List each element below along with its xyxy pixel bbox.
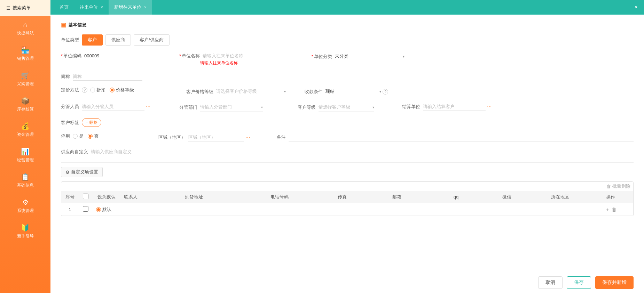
region-field: 区域（地区） ··· xyxy=(158,133,277,141)
row-phone-input[interactable] xyxy=(270,207,302,212)
supplier-custom-label: 供应商自定义 xyxy=(61,149,88,155)
cancel-button[interactable]: 取消 xyxy=(538,276,563,289)
type-supplier-button[interactable]: 供应商 xyxy=(105,34,131,46)
row-fax[interactable] xyxy=(334,203,389,216)
delete-row-button[interactable]: 🗑 xyxy=(612,207,616,212)
dept-select[interactable]: 请输入分管部门 ▾ xyxy=(200,103,263,112)
radio-discount-label: 折扣 xyxy=(96,87,105,93)
save-and-new-button[interactable]: 保存并新增 xyxy=(595,276,634,289)
row-actions-group: + 🗑 xyxy=(606,207,630,212)
unit-type-row: 单位类型 客户 供应商 客户/供应商 xyxy=(61,34,634,46)
row-email-input[interactable] xyxy=(392,207,420,212)
sidebar-item-guide[interactable]: 🔰 新手引导 xyxy=(0,219,50,244)
sidebar-item-label: 采购管理 xyxy=(17,81,34,87)
finance-icon: 💰 xyxy=(21,122,30,130)
save-button[interactable]: 保存 xyxy=(567,276,591,289)
customer-level-select[interactable]: 请选择客户等级 ▾ xyxy=(319,103,374,112)
manager-input[interactable] xyxy=(82,103,144,111)
system-icon: ⚙ xyxy=(22,198,29,206)
tab-partners[interactable]: 往来单位 × xyxy=(74,0,109,15)
tab-partners-close[interactable]: × xyxy=(101,5,103,10)
row-actions: + 🗑 xyxy=(603,203,633,216)
radio-circle-yes xyxy=(73,134,78,139)
table-header-bar: 🗑 批量删除 xyxy=(61,182,633,191)
type-both-button[interactable]: 客户/供应商 xyxy=(134,34,170,46)
sidebar-item-purchase[interactable]: 🛒 采购管理 xyxy=(0,66,50,92)
customer-price-level-label: 客户价格等级 xyxy=(186,89,213,95)
add-row-button[interactable]: + xyxy=(606,207,609,212)
help-icon2[interactable]: ? xyxy=(383,89,388,95)
col-header-default: 设为默认 xyxy=(93,191,120,203)
settlement-unit-input[interactable] xyxy=(423,103,486,111)
add-tag-button[interactable]: + 标签 xyxy=(82,118,101,127)
row-wechat[interactable] xyxy=(499,203,548,216)
sidebar-item-basic[interactable]: 📋 基础信息 xyxy=(0,168,50,193)
row-region-input[interactable] xyxy=(551,207,575,212)
remark-input[interactable] xyxy=(289,133,634,141)
settlement-unit-field: 结算单位 ··· xyxy=(402,103,634,111)
dept-label: 分管部门 xyxy=(179,104,197,111)
unit-name-field: 单位名称 请输入往来单位名称 xyxy=(179,52,312,66)
batch-delete-button[interactable]: 🗑 批量删除 xyxy=(606,183,630,189)
abbr-input[interactable] xyxy=(73,72,142,81)
row-address[interactable] xyxy=(181,203,267,216)
row-region[interactable] xyxy=(548,203,603,216)
tab-new-partner-close[interactable]: × xyxy=(144,5,147,10)
sidebar-item-inventory[interactable]: 📦 库存核算 xyxy=(0,92,50,117)
sidebar-item-label: 经营管理 xyxy=(17,157,34,163)
region-label: 区域（地区） xyxy=(158,134,186,140)
tabbar-close-button[interactable]: × xyxy=(632,3,641,12)
sidebar-item-sales[interactable]: 🏪 销售管理 xyxy=(0,41,50,66)
sidebar-item-label: 快捷导航 xyxy=(17,30,34,36)
search-menu-item[interactable]: ☰ 搜索菜单 xyxy=(0,3,50,13)
custom-settings-button[interactable]: ⚙ 自定义项设置 xyxy=(61,167,103,177)
customer-price-level-select[interactable]: 请选择客户价格等级 ▾ xyxy=(216,87,286,96)
disabled-label: 停用 xyxy=(61,133,70,139)
row-default-radio[interactable]: 默认 xyxy=(96,206,117,213)
unit-code-input[interactable] xyxy=(84,52,154,60)
row-address-input[interactable] xyxy=(185,207,227,212)
radio-discount[interactable]: 折扣 xyxy=(90,87,105,93)
col-header-phone: 电话号码 xyxy=(267,191,334,203)
radio-no[interactable]: 否 xyxy=(88,133,99,139)
sidebar-item-system[interactable]: ⚙ 系统管理 xyxy=(0,193,50,219)
payment-terms-value: 现结 xyxy=(325,88,378,95)
unit-category-select[interactable]: 未分类 ▾ xyxy=(335,52,405,61)
customer-level-label: 客户等级 xyxy=(298,104,316,111)
unit-name-input[interactable] xyxy=(203,52,279,60)
tab-new-partner[interactable]: 新增往来单位 × xyxy=(109,0,152,15)
manager-row: 分管人员 ··· 分管部门 请输入分管部门 ▾ 客户等级 请选择客户等级 ▾ 结… xyxy=(61,103,634,112)
row-contact-input[interactable] xyxy=(124,207,152,212)
unit-info-row: 单位编码 单位名称 请输入往来单位名称 单位分类 未分类 ▾ xyxy=(61,52,634,66)
sidebar-item-label: 基础信息 xyxy=(17,182,34,188)
sidebar-item-quick-nav[interactable]: ⌂ 快捷导航 xyxy=(0,16,50,41)
row-phone[interactable] xyxy=(267,203,334,216)
row-qq[interactable] xyxy=(450,203,499,216)
help-icon[interactable]: ? xyxy=(82,87,87,93)
home-icon: ⌂ xyxy=(23,21,27,29)
settlement-unit-more-button[interactable]: ··· xyxy=(486,104,493,110)
select-all-checkbox[interactable] xyxy=(83,194,88,199)
row-wechat-input[interactable] xyxy=(502,207,523,212)
row-qq-input[interactable] xyxy=(454,207,474,212)
row-checkbox[interactable] xyxy=(83,206,88,212)
tab-home[interactable]: 首页 xyxy=(54,0,74,15)
row-contact[interactable] xyxy=(120,203,181,216)
region-more-button[interactable]: ··· xyxy=(244,134,251,140)
dept-field: 分管部门 请输入分管部门 ▾ xyxy=(179,103,298,112)
sales-icon: 🏪 xyxy=(21,46,30,54)
region-input[interactable] xyxy=(188,133,244,141)
unit-name-label: 单位名称 xyxy=(179,53,200,59)
row-email[interactable] xyxy=(389,203,450,216)
supplier-custom-input[interactable] xyxy=(91,148,167,156)
radio-yes[interactable]: 是 xyxy=(73,133,84,139)
payment-terms-select[interactable]: 现结 ▾ xyxy=(325,87,381,96)
row-fax-input[interactable] xyxy=(338,207,362,212)
manager-more-button[interactable]: ··· xyxy=(144,104,152,110)
radio-price-level[interactable]: 价格等级 xyxy=(110,87,134,93)
footer: 取消 保存 保存并新增 xyxy=(50,272,644,293)
sidebar-item-operations[interactable]: 📊 经营管理 xyxy=(0,143,50,168)
tag-row: 客户标签 + 标签 xyxy=(61,118,634,127)
sidebar-item-finance[interactable]: 💰 资金管理 xyxy=(0,117,50,143)
type-customer-button[interactable]: 客户 xyxy=(82,34,103,46)
